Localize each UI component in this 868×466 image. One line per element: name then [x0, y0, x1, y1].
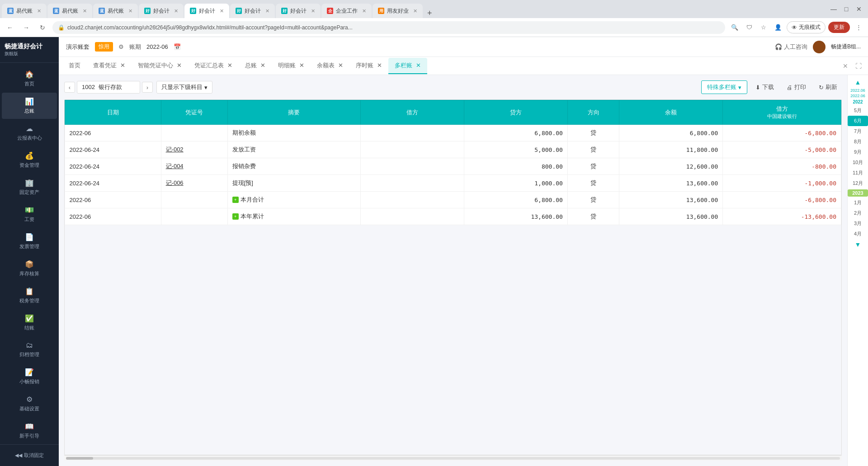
sidebar-item-8[interactable]: 📋 税务管理 — [2, 282, 57, 309]
minimize-btn[interactable]: — — [828, 4, 839, 14]
tab-expand-btn[interactable]: ⛶ — [853, 62, 864, 70]
content-tab-0[interactable]: 首页 — [62, 58, 87, 74]
cell-voucher-1[interactable]: 记-002 — [161, 141, 227, 158]
notrack-btn[interactable]: 👁 无痕模式 — [787, 21, 826, 33]
content-tab-1[interactable]: 查看凭证✕ — [87, 58, 132, 74]
cal-scroll-down[interactable]: ▼ — [853, 239, 863, 250]
profile-icon[interactable]: 👤 — [772, 22, 784, 33]
update-btn[interactable]: 更新 — [828, 22, 850, 33]
back-btn[interactable]: ← — [4, 21, 16, 34]
sidebar-item-11[interactable]: 📝 小畅报销 — [2, 363, 57, 390]
content-tab-close-6[interactable]: ✕ — [338, 62, 343, 69]
forward-btn[interactable]: → — [20, 21, 33, 34]
browser-tab-2[interactable]: 蓝 易代账 ✕ — [93, 4, 138, 18]
settings-icon[interactable]: ⚙ — [118, 43, 124, 50]
cal-month-2022-5[interactable]: 10月 — [848, 157, 868, 168]
scrollbar-area[interactable] — [64, 455, 842, 461]
cal-month-2023-2[interactable]: 3月 — [848, 218, 868, 229]
sidebar-item-4[interactable]: 🏢 固定资产 — [2, 174, 57, 200]
tab-collapse-btn[interactable]: ✕ — [840, 62, 851, 70]
consult-btn[interactable]: 🎧 人工咨询 — [775, 43, 807, 51]
download-btn[interactable]: ⬇ 下载 — [751, 81, 778, 94]
tab-close-7[interactable]: ✕ — [362, 8, 366, 14]
cal-month-2022-3[interactable]: 8月 — [848, 137, 868, 147]
cell-voucher-3[interactable]: 记-006 — [161, 175, 227, 192]
sidebar-item-3[interactable]: 💰 资金管理 — [2, 147, 57, 173]
browser-tab-0[interactable]: 蓝 易代账 ✕ — [2, 4, 47, 18]
cal-month-2022-0[interactable]: 5月 — [848, 105, 868, 116]
close-btn[interactable]: ✕ — [854, 4, 864, 14]
content-tab-6[interactable]: 余额表✕ — [311, 58, 349, 74]
content-tab-close-8[interactable]: ✕ — [416, 62, 421, 69]
account-selector[interactable]: 1002 银行存款 — [77, 81, 140, 94]
cal-month-2022-7[interactable]: 12月 — [848, 178, 868, 188]
cal-month-2022-2[interactable]: 7月 — [848, 126, 868, 137]
sidebar-item-12[interactable]: ⚙ 基础设置 — [2, 391, 57, 417]
cell-voucher-2[interactable]: 记-004 — [161, 158, 227, 175]
star-icon[interactable]: ☆ — [758, 22, 769, 33]
cal-scroll-up[interactable]: ▲ — [853, 77, 863, 88]
content-tab-close-7[interactable]: ✕ — [377, 62, 382, 69]
search-icon[interactable]: 🔍 — [729, 22, 741, 33]
content-tab-8[interactable]: 多栏账✕ — [388, 58, 427, 74]
print-btn[interactable]: 🖨 打印 — [782, 81, 811, 94]
sidebar-item-5[interactable]: 💵 工资 — [2, 201, 57, 227]
content-tab-2[interactable]: 智能凭证中心✕ — [132, 58, 188, 74]
tab-close-8[interactable]: ✕ — [413, 8, 417, 14]
sidebar-item-2[interactable]: ☁ 云报表中心 — [2, 120, 57, 146]
content-tab-close-1[interactable]: ✕ — [120, 62, 125, 69]
content-tab-close-2[interactable]: ✕ — [177, 62, 182, 69]
refresh-btn[interactable]: ↻ 刷新 — [814, 81, 842, 94]
browser-tab-7[interactable]: 企 企业工作 ✕ — [321, 4, 372, 18]
tab-close-4[interactable]: ✕ — [220, 8, 224, 14]
sidebar-item-9[interactable]: ✅ 结账 — [2, 310, 57, 336]
content-tab-5[interactable]: 明细账✕ — [272, 58, 311, 74]
nav-icon-10: 🗂 — [26, 341, 33, 349]
tab-close-6[interactable]: ✕ — [311, 8, 315, 14]
sidebar-item-10[interactable]: 🗂 归档管理 — [2, 337, 57, 362]
content-tab-7[interactable]: 序时账✕ — [349, 58, 388, 74]
prev-account-btn[interactable]: ‹ — [64, 82, 75, 93]
period-value[interactable]: 2022-06 — [146, 43, 168, 50]
tab-close-0[interactable]: ✕ — [37, 8, 41, 14]
content-tab-4[interactable]: 总账✕ — [239, 58, 272, 74]
content-tab-3[interactable]: 凭证汇总表✕ — [188, 58, 239, 74]
cal-month-2023-0[interactable]: 1月 — [848, 198, 868, 208]
add-tab-btn[interactable]: + — [424, 9, 436, 18]
cal-month-2022-6[interactable]: 11月 — [848, 168, 868, 178]
tab-close-2[interactable]: ✕ — [128, 8, 132, 14]
maximize-btn[interactable]: □ — [841, 4, 852, 14]
tab-close-1[interactable]: ✕ — [83, 8, 87, 14]
collapse-btn[interactable]: ◀◀ 取消固定 — [2, 448, 57, 462]
url-bar[interactable]: 🔒 cloud2.chanjet.com/accounting/uh26t264… — [52, 21, 725, 34]
reload-btn[interactable]: ↻ — [36, 21, 49, 34]
calendar-icon[interactable]: 📅 — [174, 43, 181, 50]
cal-month-2022-4[interactable]: 9月 — [848, 147, 868, 157]
browser-tab-8[interactable]: 用 用友好业 ✕ — [373, 4, 423, 18]
sidebar-item-0[interactable]: 🏠 首页 — [2, 66, 57, 92]
content-tab-close-5[interactable]: ✕ — [299, 62, 304, 69]
browser-tab-5[interactable]: 好 好会计 ✕ — [230, 4, 275, 18]
browser-tab-1[interactable]: 蓝 易代账 ✕ — [47, 4, 92, 18]
sidebar-item-7[interactable]: 📦 库存核算 — [2, 255, 57, 282]
tab-close-5[interactable]: ✕ — [265, 8, 269, 14]
content-tab-close-4[interactable]: ✕ — [260, 62, 265, 69]
sidebar-item-13[interactable]: 📖 新手引导 — [2, 418, 57, 444]
sidebar-item-6[interactable]: 📄 发票管理 — [2, 228, 57, 254]
next-account-btn[interactable]: › — [142, 82, 153, 93]
tab-close-3[interactable]: ✕ — [174, 8, 178, 14]
shield-icon[interactable]: 🛡 — [743, 22, 755, 33]
menu-icon[interactable]: ⋮ — [853, 22, 864, 33]
scrollbar-thumb[interactable] — [66, 457, 93, 460]
cal-month-2023-3[interactable]: 4月 — [848, 229, 868, 239]
cal-month-2022-1[interactable]: 6月 — [848, 116, 868, 126]
header-date: 日期 — [65, 100, 161, 125]
special-multi-btn[interactable]: 特殊多栏账 ▾ — [701, 80, 747, 94]
cal-month-2023-1[interactable]: 2月 — [848, 208, 868, 218]
content-tab-close-3[interactable]: ✕ — [227, 62, 232, 69]
sub-filter[interactable]: 只显示下级科目 ▾ — [156, 81, 212, 94]
browser-tab-6[interactable]: 好 好会计 ✕ — [276, 4, 321, 18]
browser-tab-3[interactable]: 好 好会计 ✕ — [139, 4, 184, 18]
sidebar-item-1[interactable]: 📊 总账 — [2, 93, 57, 119]
browser-tab-4[interactable]: 好 好会计 ✕ — [184, 4, 229, 18]
